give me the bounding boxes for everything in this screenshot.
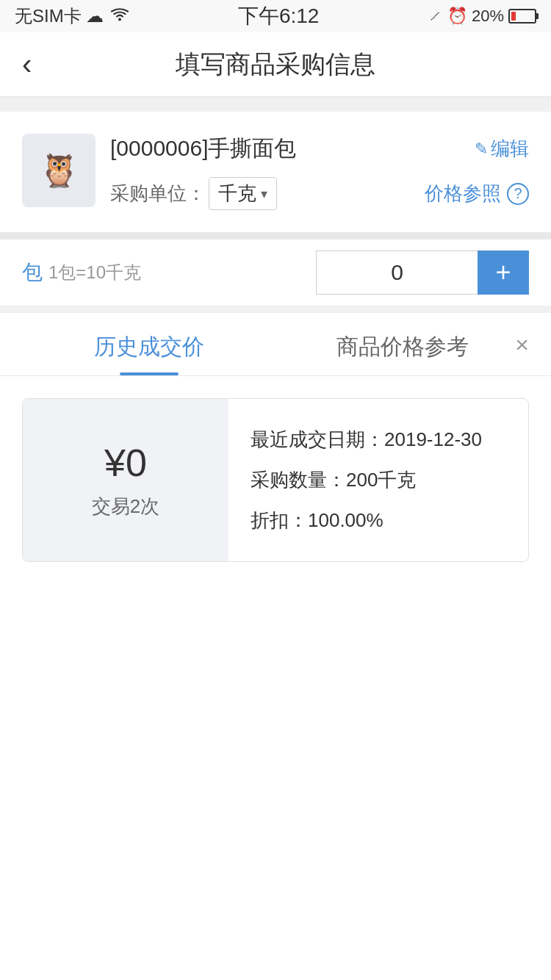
tab-active-indicator [120,372,179,375]
status-left: 无SIM卡 ☁ [15,4,130,28]
qty-row: 采购数量：200千克 [251,466,506,494]
status-time: 下午6:12 [238,2,320,30]
tabs-row: 历史成交价 商品价格参考 × [0,313,551,376]
history-card-left: ¥0 交易2次 [23,399,228,561]
product-header: 🦉 [0000006]手撕面包 ✎ 编辑 采购单位： 千克 ▾ [22,134,529,210]
tab-price-reference[interactable]: 商品价格参考 [276,313,529,375]
edit-label: 编辑 [491,136,529,162]
discount-row: 折扣：100.00% [251,506,506,535]
carrier-text: 无SIM卡 ☁ [15,4,104,28]
empty-area [0,584,551,980]
unit-value: 千克 [218,181,256,206]
section-divider [0,232,551,239]
unit-label-text: 采购单位： [110,182,206,204]
product-top-row: [0000006]手撕面包 ✎ 编辑 [110,134,529,164]
wifi-icon [109,6,130,26]
nav-bar: ‹ 填写商品采购信息 [0,32,551,97]
quantity-input[interactable]: 0 [316,251,478,295]
quantity-unit-label: 包 [22,259,43,287]
edit-button[interactable]: ✎ 编辑 [475,136,529,162]
battery-percent: 20% [472,7,504,26]
alarm-icon: ⏰ [447,7,467,26]
qty-value: 200千克 [346,469,416,491]
close-button[interactable]: × [515,331,529,358]
tab-history-label: 历史成交价 [94,332,204,362]
back-button[interactable]: ‹ [22,48,32,81]
history-price: ¥0 [104,441,147,485]
history-card: ¥0 交易2次 最近成交日期：2019-12-30 采购数量：200千克 折扣：… [22,398,529,562]
quantity-plus-button[interactable]: + [478,251,529,295]
quantity-hint: 1包=10千克 [48,261,141,284]
edit-icon: ✎ [475,140,488,159]
product-thumbnail: 🦉 [22,134,96,207]
nav-title: 填写商品采购信息 [176,48,375,82]
date-label: 最近成交日期： [251,428,384,450]
quantity-value: 0 [391,260,403,285]
product-card: 🦉 [0000006]手撕面包 ✎ 编辑 采购单位： 千克 ▾ [0,112,551,232]
qty-label: 采购数量： [251,469,346,491]
unit-selector[interactable]: 千克 ▾ [209,177,277,210]
date-value: 2019-12-30 [384,428,482,450]
tabs-container: 历史成交价 商品价格参考 × [0,306,551,376]
unit-group: 采购单位： 千克 ▾ [110,177,277,210]
history-content: ¥0 交易2次 最近成交日期：2019-12-30 采购数量：200千克 折扣：… [0,376,551,584]
chevron-down-icon: ▾ [261,186,267,202]
battery-icon [508,9,536,24]
help-icon: ? [507,183,529,205]
product-name: [0000006]手撕面包 [110,134,296,164]
quantity-row: 包 1包=10千克 0 + [0,239,551,306]
product-unit-row: 采购单位： 千克 ▾ 价格参照 ? [110,177,529,210]
svg-point-0 [118,18,121,21]
price-ref-label: 价格参照 [425,181,501,206]
product-logo-icon: 🦉 [39,151,79,190]
discount-label: 折扣： [251,509,308,531]
date-row: 最近成交日期：2019-12-30 [251,425,506,454]
quantity-controls: 0 + [316,251,529,295]
tab-price-reference-label: 商品价格参考 [336,332,469,362]
discount-value: 100.00% [308,509,383,531]
price-reference-button[interactable]: 价格参照 ? [425,181,529,206]
status-right: ⟋ ⏰ 20% [427,7,536,26]
product-info: [0000006]手撕面包 ✎ 编辑 采购单位： 千克 ▾ 价格参照 ? [110,134,529,210]
location-icon: ⟋ [427,7,443,26]
plus-icon: + [495,257,511,288]
history-transactions: 交易2次 [92,494,159,519]
tab-history[interactable]: 历史成交价 [22,313,276,375]
status-bar: 无SIM卡 ☁ 下午6:12 ⟋ ⏰ 20% [0,0,551,32]
history-card-right: 最近成交日期：2019-12-30 采购数量：200千克 折扣：100.00% [228,399,528,561]
